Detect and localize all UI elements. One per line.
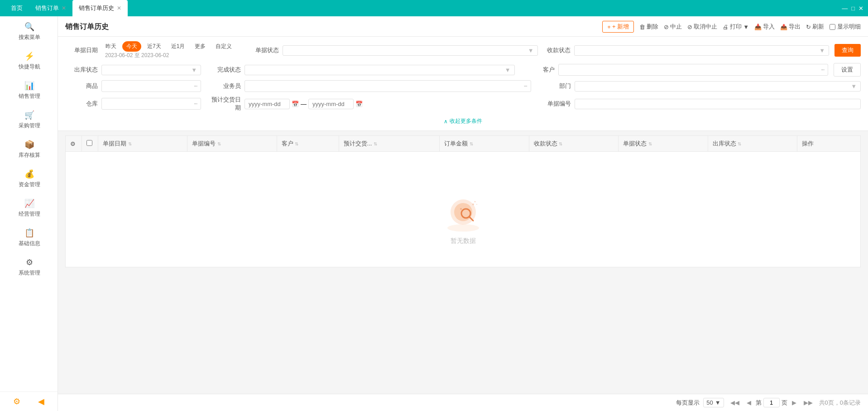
th-payment-status[interactable]: 收款状态 ⇅ — [529, 136, 618, 152]
completion-select[interactable]: ▼ — [245, 65, 515, 75]
customer-dots[interactable]: ··· — [821, 66, 824, 74]
order-no-input[interactable] — [575, 99, 861, 109]
export-button[interactable]: 📤 导出 — [780, 23, 801, 31]
history-tab-label: 销售订单历史 — [79, 4, 114, 12]
sidebar-collapse-icon[interactable]: ◀ — [38, 396, 44, 406]
page-title: 销售订单历史 — [65, 22, 109, 32]
page-number-input[interactable] — [763, 398, 780, 407]
th-amount[interactable]: 订单金额 ⇅ — [440, 136, 529, 152]
date-btn-1month[interactable]: 近1月 — [167, 41, 189, 52]
settings-gear-icon[interactable]: ⚙ — [70, 140, 76, 147]
minimize-btn[interactable]: — — [842, 5, 848, 12]
show-detail-check[interactable] — [830, 24, 835, 30]
date-btn-custom[interactable]: 自定义 — [211, 41, 236, 52]
sort-date-icon: ⇅ — [128, 141, 132, 146]
tab-sales-order-history[interactable]: 销售订单历史 ✕ — [72, 0, 128, 16]
sidebar-item-purchase[interactable]: 🛒 采购管理 — [0, 105, 58, 134]
query-button[interactable]: 查询 — [834, 44, 861, 57]
delivery-date-cal2-icon[interactable]: 📅 — [355, 101, 363, 107]
th-date[interactable]: 单据日期 ⇅ — [98, 136, 187, 152]
order-no-cell: 单据编号 — [538, 99, 861, 109]
page-size-select[interactable]: 50 ▼ — [703, 398, 724, 407]
sidebar-label-finance: 资金管理 — [19, 181, 40, 189]
last-page-btn[interactable]: ▶▶ — [801, 398, 815, 407]
print-button[interactable]: 🖨 打印 ▼ — [723, 23, 749, 31]
delete-button[interactable]: 🗑 删除 — [639, 23, 658, 31]
topbar: 首页 销售订单 ✕ 销售订单历史 ✕ — □ ✕ — [0, 0, 868, 16]
settings-btn-cell: 设置 — [834, 63, 861, 77]
department-cell: 部门 ▼ — [538, 81, 861, 92]
th-order-status[interactable]: 单据状态 ⇅ — [619, 136, 708, 152]
delivery-date-separator: — — [301, 101, 307, 107]
header-row: ⚙ 单据日期 ⇅ 单据编号 ⇅ — [66, 136, 861, 152]
sidebar-bottom: ⚙ ◀ — [0, 392, 58, 411]
th-order-no[interactable]: 单据编号 ⇅ — [187, 136, 277, 152]
search-menu-icon: 🔍 — [24, 22, 34, 32]
th-customer[interactable]: 客户 ⇅ — [277, 136, 339, 152]
shipment-status-select[interactable]: ▼ — [101, 65, 201, 75]
customer-cell: 客户 ··· — [522, 64, 829, 76]
delivery-date-start[interactable] — [245, 99, 290, 109]
department-select[interactable]: ▼ — [575, 81, 861, 92]
order-status-select[interactable]: ▼ — [283, 45, 538, 56]
date-filter-group: 昨天 今天 近7天 近1月 更多 自定义 2023-06-02 至 2023-0… — [101, 41, 246, 59]
delivery-date-cal1-icon[interactable]: 📅 — [292, 101, 299, 107]
sidebar-item-inventory[interactable]: 📦 库存核算 — [0, 134, 58, 164]
maximize-btn[interactable]: □ — [851, 5, 855, 12]
sidebar-item-operations[interactable]: 📈 经营管理 — [0, 193, 58, 222]
sidebar-item-finance[interactable]: 💰 资金管理 — [0, 164, 58, 193]
th-checkbox[interactable] — [82, 136, 98, 152]
filter-row-4: 仓库 ··· 预计交货日期 📅 — 📅 单据编号 — [65, 96, 861, 112]
goods-input[interactable]: ··· — [101, 80, 201, 92]
tab-home[interactable]: 首页 — [5, 0, 29, 16]
warehouse-input[interactable]: ··· — [101, 98, 201, 110]
filter-row-3: 商品 ··· 业务员 ··· 部门 ▼ — [65, 80, 861, 92]
next-page-btn[interactable]: ▶ — [789, 398, 799, 407]
sidebar-item-basic-info[interactable]: 📋 基础信息 — [0, 222, 58, 252]
sidebar-settings-icon[interactable]: ⚙ — [13, 396, 20, 406]
order-status-chevron-icon: ▼ — [528, 47, 534, 54]
close-sales-order-tab[interactable]: ✕ — [62, 5, 66, 11]
close-history-tab[interactable]: ✕ — [117, 5, 121, 11]
sidebar-label-sys-mgmt: 系统管理 — [19, 269, 40, 277]
date-btn-yesterday[interactable]: 昨天 — [101, 41, 120, 52]
prev-page-btn[interactable]: ◀ — [744, 398, 754, 407]
refresh-icon: ↻ — [806, 24, 811, 30]
date-btn-7days[interactable]: 近7天 — [143, 41, 165, 52]
warehouse-dots[interactable]: ··· — [194, 100, 197, 108]
sort-order-status-icon: ⇅ — [648, 141, 652, 146]
import-button[interactable]: 📥 导入 — [754, 23, 775, 31]
add-button[interactable]: + + 新增 — [602, 21, 634, 33]
date-btn-more[interactable]: 更多 — [191, 41, 210, 52]
pagination: 每页显示 50 ▼ ◀◀ ◀ 第 页 ▶ ▶▶ 共0页，0条记录 — [58, 394, 868, 411]
sidebar-item-sales[interactable]: 📊 销售管理 — [0, 75, 58, 105]
svg-point-5 — [460, 208, 462, 210]
collapse-button[interactable]: ∧ 收起更多条件 — [65, 116, 861, 126]
sidebar-item-sys-mgmt[interactable]: ⚙ 系统管理 — [0, 252, 58, 281]
refresh-button[interactable]: ↻ 刷新 — [806, 23, 824, 31]
select-all-checkbox[interactable] — [86, 140, 92, 146]
salesperson-dots[interactable]: ··· — [523, 82, 527, 90]
svg-point-7 — [474, 201, 475, 203]
stop-button[interactable]: ⊘ 中止 — [664, 23, 682, 31]
th-delivery[interactable]: 预计交货... ⇅ — [339, 136, 440, 152]
sidebar-item-quick-nav[interactable]: ⚡ 快捷导航 — [0, 46, 58, 75]
date-btn-today[interactable]: 今天 — [122, 41, 141, 52]
page-word: 第 — [756, 399, 762, 407]
payment-status-select[interactable]: ▼ — [574, 45, 830, 56]
show-detail-checkbox[interactable]: 显示明细 — [830, 23, 861, 31]
cancel-stop-button[interactable]: ⊘ 取消中止 — [687, 23, 717, 31]
page-total: 共0页，0条记录 — [819, 399, 861, 407]
salesperson-input[interactable]: ··· — [245, 80, 531, 92]
sidebar-item-search-menu[interactable]: 🔍 搜索菜单 — [0, 16, 58, 46]
th-shipment[interactable]: 出库状态 ⇅ — [708, 136, 797, 152]
goods-dots[interactable]: ··· — [194, 82, 197, 90]
th-settings[interactable]: ⚙ — [66, 136, 82, 152]
window-close-btn[interactable]: ✕ — [858, 5, 863, 12]
tab-sales-order[interactable]: 销售订单 ✕ — [29, 0, 72, 16]
settings-button[interactable]: 设置 — [834, 63, 861, 77]
empty-state: 暂无数据 — [70, 155, 856, 263]
first-page-btn[interactable]: ◀◀ — [728, 398, 742, 407]
customer-input[interactable]: ··· — [558, 64, 829, 76]
delivery-date-end[interactable] — [308, 99, 354, 109]
